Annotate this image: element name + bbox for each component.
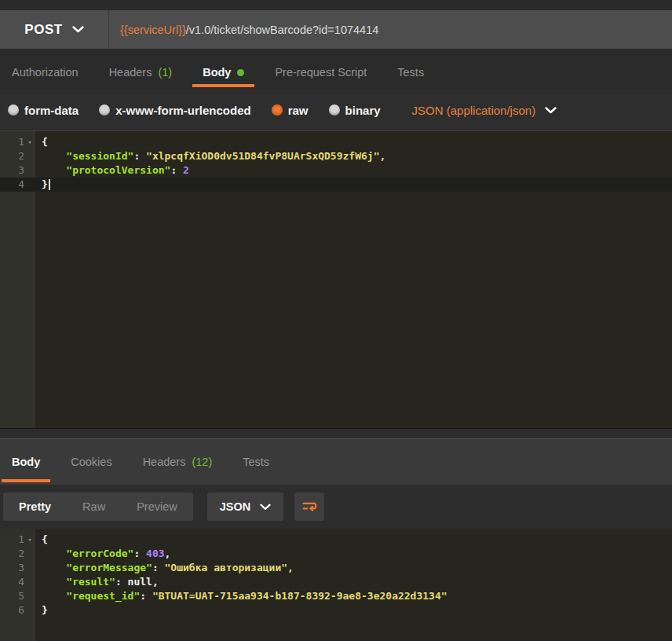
code-line: 6} xyxy=(0,603,672,617)
body-type-form-data[interactable]: form-data xyxy=(8,104,79,117)
token-plain: , xyxy=(165,548,171,559)
view-pretty[interactable]: Pretty xyxy=(3,493,67,521)
token-plain: : xyxy=(133,548,146,559)
fold-caret-icon[interactable]: ▾ xyxy=(24,533,35,547)
url-bar-gap xyxy=(0,49,672,55)
radio-unselected-icon xyxy=(99,104,110,115)
token-key: "result" xyxy=(66,576,115,588)
token-key: "errorCode" xyxy=(66,548,133,559)
radio-selected-icon xyxy=(272,104,283,115)
request-tab-authorization[interactable]: Authorization xyxy=(2,55,89,90)
code-line: 4 "result": null, xyxy=(0,575,672,589)
code-line: 1▾{ xyxy=(0,135,672,149)
token-key: "request_id" xyxy=(66,590,140,602)
request-tab-headers[interactable]: Headers(1) xyxy=(99,55,183,90)
response-body-code: 1▾{2 "errorCode": 403,3 "errorMessage": … xyxy=(0,529,672,617)
line-number-cell: 3 xyxy=(0,561,35,575)
body-format-label: JSON (application/json) xyxy=(412,104,536,117)
code-line: 2 "sessionId": "xlpcqfXiOD0dv51D84fvP8UA… xyxy=(0,149,672,163)
body-type-raw[interactable]: raw xyxy=(272,104,309,117)
wrap-lines-button[interactable] xyxy=(294,493,324,521)
request-body-editor[interactable]: 1▾{2 "sessionId": "xlpcqfXiOD0dv51D84fvP… xyxy=(0,131,672,428)
chevron-down-icon xyxy=(260,504,271,511)
line-number: 3 xyxy=(18,163,24,178)
line-number: 4 xyxy=(18,178,24,192)
line-number-cell: 4 xyxy=(0,178,35,192)
code-text: "errorCode": 403, xyxy=(35,547,672,561)
tab-label: Body xyxy=(12,456,40,468)
body-format-selector[interactable]: JSON (application/json) xyxy=(412,104,557,117)
response-tab-tests[interactable]: Tests xyxy=(232,439,279,485)
token-key: "sessionId" xyxy=(66,150,133,162)
response-toolbar: PrettyRawPreview JSON xyxy=(0,485,672,529)
request-tab-body[interactable]: Body xyxy=(192,55,254,90)
code-line: 2 "errorCode": 403, xyxy=(0,547,672,561)
token-num: 403 xyxy=(146,548,164,559)
token-plain xyxy=(42,164,66,176)
view-preview[interactable]: Preview xyxy=(121,493,193,521)
token-plain xyxy=(42,590,66,602)
token-plain: } xyxy=(42,178,48,190)
token-key: "protocolVersion" xyxy=(66,164,170,176)
radio-label: binary xyxy=(345,104,381,117)
code-line: 1▾{ xyxy=(0,533,672,547)
request-tab-pre-request-script[interactable]: Pre-request Script xyxy=(265,55,377,90)
radio-label: form-data xyxy=(24,104,79,117)
body-type-x-www-form-urlencoded[interactable]: x-www-form-urlencoded xyxy=(99,104,251,117)
request-body-code: 1▾{2 "sessionId": "xlpcqfXiOD0dv51D84fvP… xyxy=(0,131,672,192)
token-plain xyxy=(42,562,66,573)
code-text[interactable]: "protocolVersion": 2 xyxy=(35,163,672,178)
token-plain: { xyxy=(42,136,48,148)
line-number-cell: 4 xyxy=(0,575,35,589)
tab-label: Headers xyxy=(109,66,152,79)
token-plain xyxy=(42,576,66,588)
token-plain: null, xyxy=(128,576,159,588)
token-plain: } xyxy=(42,604,48,616)
line-number-cell: 2 xyxy=(0,547,35,561)
code-line: 3 "errorMessage": "Ошибка авторизации", xyxy=(0,561,672,575)
tab-label: Body xyxy=(203,66,231,79)
view-raw[interactable]: Raw xyxy=(67,493,121,521)
tab-count-badge: (1) xyxy=(158,66,172,79)
code-text[interactable]: { xyxy=(35,135,672,149)
code-text: "errorMessage": "Ошибка авторизации", xyxy=(35,561,672,575)
token-key: "errorMessage" xyxy=(66,562,152,573)
response-tab-body[interactable]: Body xyxy=(2,439,50,485)
chevron-down-icon xyxy=(72,26,84,33)
token-plain: : xyxy=(115,576,128,588)
body-type-binary[interactable]: binary xyxy=(329,104,381,117)
line-number: 2 xyxy=(18,149,24,163)
section-divider[interactable] xyxy=(0,428,672,438)
code-text[interactable]: } xyxy=(35,178,672,192)
text-cursor xyxy=(49,179,50,190)
tab-label: Headers xyxy=(143,456,186,468)
tab-label: Authorization xyxy=(12,66,79,79)
active-tab-underline xyxy=(2,479,50,482)
response-format-dropdown[interactable]: JSON xyxy=(207,493,284,521)
tab-count-badge: (12) xyxy=(192,456,212,468)
url-input[interactable]: {{serviceUrl}}/v1.0/ticket/showBarcode?i… xyxy=(109,10,672,49)
token-str: "BTUAT=UAT-715aa934-b187-8392-9ae8-3e20a… xyxy=(152,590,447,602)
token-plain xyxy=(42,548,66,559)
chevron-down-icon xyxy=(545,107,557,114)
response-format-label: JSON xyxy=(220,500,251,513)
token-plain: : xyxy=(152,562,165,573)
line-number-cell: 3 xyxy=(0,163,35,178)
active-tab-underline xyxy=(192,84,254,87)
code-line: 5 "request_id": "BTUAT=UAT-715aa934-b187… xyxy=(0,589,672,603)
code-text: } xyxy=(35,603,672,617)
line-number: 2 xyxy=(18,547,24,561)
code-text[interactable]: "sessionId": "xlpcqfXiOD0dv51D84fvP8UArS… xyxy=(35,149,672,163)
method-label: POST xyxy=(24,22,62,38)
response-tab-headers[interactable]: Headers(12) xyxy=(133,439,223,485)
token-plain: : xyxy=(170,164,183,176)
fold-caret-icon[interactable]: ▾ xyxy=(24,135,35,149)
body-type-row: form-datax-www-form-urlencodedrawbinary … xyxy=(0,90,672,131)
response-body-viewer: 1▾{2 "errorCode": 403,3 "errorMessage": … xyxy=(0,529,672,641)
response-tab-cookies[interactable]: Cookies xyxy=(60,439,122,485)
request-tab-tests[interactable]: Tests xyxy=(387,55,434,90)
code-text: "result": null, xyxy=(35,575,672,589)
url-environment-variable: {{serviceUrl}} xyxy=(120,24,186,36)
line-number: 6 xyxy=(18,603,24,617)
method-selector[interactable]: POST xyxy=(0,10,108,49)
